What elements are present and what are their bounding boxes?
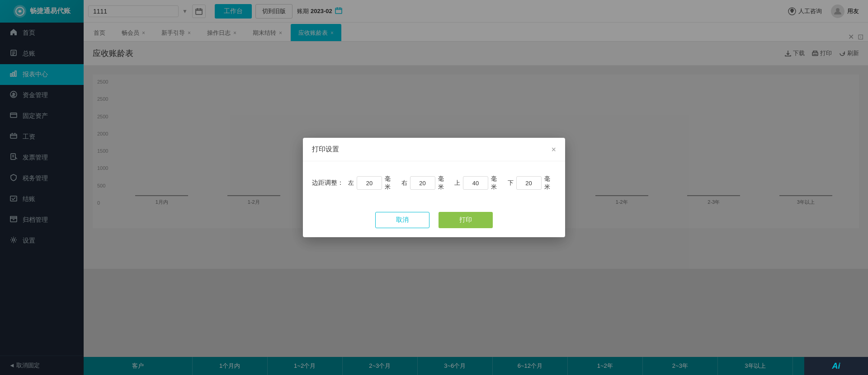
modal-close-button[interactable]: × — [551, 145, 556, 154]
cancel-button[interactable]: 取消 — [375, 212, 429, 228]
margin-left-group: 左 毫米 — [348, 175, 392, 191]
modal-footer: 取消 打印 — [303, 205, 565, 237]
modal-body: 边距调整： 左 毫米 右 毫米 上 毫米 下 — [303, 161, 565, 205]
top-margin-input[interactable] — [463, 176, 488, 190]
bottom-margin-input[interactable] — [516, 176, 542, 190]
top-direction-label: 上 — [454, 179, 460, 187]
bottom-direction-label: 下 — [508, 179, 514, 187]
margin-bottom-group: 下 毫米 — [508, 175, 552, 191]
top-unit-label: 毫米 — [491, 175, 499, 191]
confirm-print-button[interactable]: 打印 — [439, 212, 493, 228]
print-dialog: 打印设置 × 边距调整： 左 毫米 右 毫米 上 毫米 — [303, 138, 565, 237]
right-margin-input[interactable] — [410, 176, 435, 190]
ai-badge[interactable]: Ai — [804, 357, 868, 375]
right-unit-label: 毫米 — [438, 175, 446, 191]
right-direction-label: 右 — [401, 179, 407, 187]
bottom-unit-label: 毫米 — [544, 175, 552, 191]
modal-title: 打印设置 — [312, 145, 339, 154]
margin-right-group: 右 毫米 — [401, 175, 446, 191]
left-direction-label: 左 — [348, 179, 354, 187]
left-margin-input[interactable] — [357, 176, 382, 190]
modal-header: 打印设置 × — [303, 138, 565, 161]
margin-top-group: 上 毫米 — [454, 175, 499, 191]
left-unit-label: 毫米 — [385, 175, 392, 191]
margin-adjust-label: 边距调整： — [312, 179, 344, 187]
ai-badge-label: Ai — [832, 361, 840, 371]
margin-row: 边距调整： 左 毫米 右 毫米 上 毫米 下 — [312, 175, 556, 191]
modal-overlay[interactable]: 打印设置 × 边距调整： 左 毫米 右 毫米 上 毫米 — [0, 0, 868, 375]
